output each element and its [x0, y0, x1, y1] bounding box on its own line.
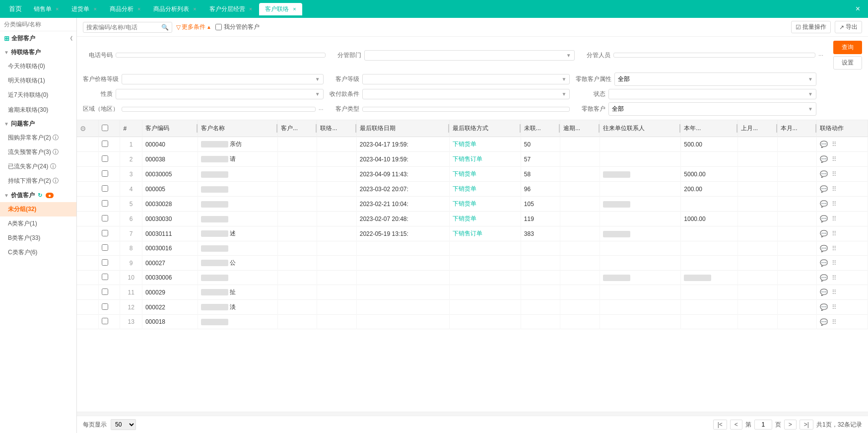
row-checkbox[interactable]	[102, 274, 108, 280]
sidebar-item-declining[interactable]: 持续下滑客户(2) ⓘ	[0, 174, 76, 188]
row-check[interactable]	[98, 226, 120, 241]
row-name[interactable]	[198, 315, 278, 329]
status-select[interactable]: ▼	[608, 89, 816, 99]
nav-home[interactable]: 首页	[4, 2, 27, 15]
more-action-icon[interactable]: ⠿	[832, 303, 837, 311]
manager-input[interactable]	[613, 53, 815, 58]
col-gear[interactable]: ⚙	[77, 120, 98, 137]
row-name[interactable]: 述	[198, 226, 278, 241]
nav-tab-contact-close[interactable]: ×	[293, 6, 296, 12]
more-action-icon[interactable]: ⠿	[832, 245, 837, 252]
row-check[interactable]	[98, 197, 120, 212]
page-number-input[interactable]	[754, 420, 772, 430]
row-last-method[interactable]	[450, 256, 521, 271]
row-check[interactable]	[98, 241, 120, 256]
row-name[interactable]: 请	[198, 152, 278, 167]
sidebar-group-value[interactable]: ▼ 价值客户 ↻ ●	[0, 189, 76, 202]
nav-tab-analysis-close[interactable]: ×	[137, 6, 140, 12]
more-action-icon[interactable]: ⠿	[832, 274, 837, 282]
refresh-icon[interactable]: ↻	[38, 192, 42, 199]
last-method-link[interactable]: 下销售订单	[453, 155, 482, 162]
row-checkbox[interactable]	[102, 155, 108, 162]
row-last-method[interactable]: 下销货单	[450, 197, 521, 212]
filter-search-icon[interactable]: 🔍	[161, 24, 169, 31]
sidebar-search-input[interactable]	[4, 21, 77, 28]
nature-select[interactable]: ▼	[116, 89, 324, 99]
col-company-contact[interactable]: 往来单位联系人	[600, 120, 681, 137]
col-last-date[interactable]: 最后联络日期	[356, 120, 450, 137]
col-contact[interactable]: 联络...	[317, 120, 356, 137]
filter-search-input[interactable]	[86, 24, 159, 31]
row-checkbox[interactable]	[102, 170, 108, 177]
nav-tab-analysis[interactable]: 商品分析 ×	[104, 3, 146, 15]
row-checkbox[interactable]	[102, 141, 108, 147]
row-checkbox[interactable]	[102, 318, 108, 324]
row-checkbox[interactable]	[102, 215, 108, 221]
scattered-select[interactable]: 全部▼	[608, 102, 816, 116]
row-check[interactable]	[98, 137, 120, 152]
chat-icon[interactable]: 💬	[820, 230, 828, 237]
batch-ops-btn[interactable]: ☑ 批量操作	[791, 21, 831, 33]
chat-icon[interactable]: 💬	[820, 215, 828, 222]
customer-level-select[interactable]: ▼	[362, 74, 570, 84]
nav-tab-crm-close[interactable]: ×	[249, 6, 252, 12]
manager-dots[interactable]: ···	[818, 52, 823, 59]
row-check[interactable]	[98, 212, 120, 226]
chat-icon[interactable]: 💬	[820, 318, 828, 326]
more-action-icon[interactable]: ⠿	[832, 170, 837, 178]
row-name[interactable]: 淡	[198, 300, 278, 315]
row-name[interactable]	[198, 212, 278, 226]
payment-select[interactable]: ▼	[362, 89, 570, 99]
row-name[interactable]	[198, 271, 278, 285]
per-page-select[interactable]: 50 100	[111, 419, 136, 430]
sidebar-item-abnormal[interactable]: 囤购异常客户(2) ⓘ	[0, 131, 76, 145]
col-overdue[interactable]: 逾期...	[560, 120, 600, 137]
chat-icon[interactable]: 💬	[820, 259, 828, 267]
sidebar-item-today[interactable]: 今天待联络(0)	[0, 59, 76, 73]
last-method-link[interactable]: 下销货单	[453, 170, 476, 177]
row-last-method[interactable]	[450, 241, 521, 256]
row-last-method[interactable]	[450, 285, 521, 300]
row-check[interactable]	[98, 167, 120, 182]
all-customers-header[interactable]: ⊞ 全部客户 《	[0, 31, 76, 46]
sidebar-item-tomorrow[interactable]: 明天待联络(1)	[0, 73, 76, 88]
more-action-icon[interactable]: ⠿	[832, 289, 837, 296]
row-last-method[interactable]: 下销货单	[450, 167, 521, 182]
first-page-btn[interactable]: |<	[713, 420, 727, 430]
row-checkbox[interactable]	[102, 289, 108, 295]
row-last-method[interactable]	[450, 315, 521, 329]
scattered-attr-select[interactable]: 全部▼	[614, 72, 816, 86]
row-last-method[interactable]	[450, 300, 521, 315]
col-code[interactable]: 客户编码	[142, 120, 198, 137]
col-uncontacted[interactable]: 未联...	[521, 120, 560, 137]
col-name[interactable]: 客户名称	[198, 120, 278, 137]
more-action-icon[interactable]: ⠿	[832, 259, 837, 267]
row-checkbox[interactable]	[102, 200, 108, 207]
row-name[interactable]: 扯	[198, 285, 278, 300]
row-name[interactable]	[198, 241, 278, 256]
row-name[interactable]: 亲仿	[198, 137, 278, 152]
more-action-icon[interactable]: ⠿	[832, 141, 837, 148]
sidebar-item-ungrouped[interactable]: 未分组(32)	[0, 202, 76, 216]
query-button[interactable]: 查询	[833, 41, 862, 54]
more-action-icon[interactable]: ⠿	[832, 155, 837, 163]
last-method-link[interactable]: 下销售订单	[453, 230, 482, 237]
row-last-method[interactable]: 下销售订单	[450, 226, 521, 241]
my-customers-checkbox[interactable]: 我分管的客户	[215, 23, 260, 31]
prev-page-btn[interactable]: <	[730, 420, 742, 430]
filter-search-box[interactable]: 🔍	[83, 22, 172, 33]
select-all-checkbox[interactable]	[102, 125, 108, 131]
nav-tab-purchase-close[interactable]: ×	[93, 6, 96, 12]
col-last-month[interactable]: 上月...	[738, 120, 777, 137]
sidebar-item-7days[interactable]: 近7天待联络(0)	[0, 88, 76, 102]
sidebar-item-class-b[interactable]: B类客户(33)	[0, 231, 76, 245]
row-checkbox[interactable]	[102, 303, 108, 310]
sidebar-group-pending[interactable]: ▼ 待联络客户	[0, 46, 76, 59]
sidebar-item-class-a[interactable]: A类客户(1)	[0, 216, 76, 231]
row-check[interactable]	[98, 315, 120, 329]
row-last-method[interactable]: 下销货单	[450, 212, 521, 226]
chat-icon[interactable]: 💬	[820, 170, 828, 178]
last-method-link[interactable]: 下销货单	[453, 215, 476, 222]
row-name[interactable]: 公	[198, 256, 278, 271]
chat-icon[interactable]: 💬	[820, 274, 828, 282]
